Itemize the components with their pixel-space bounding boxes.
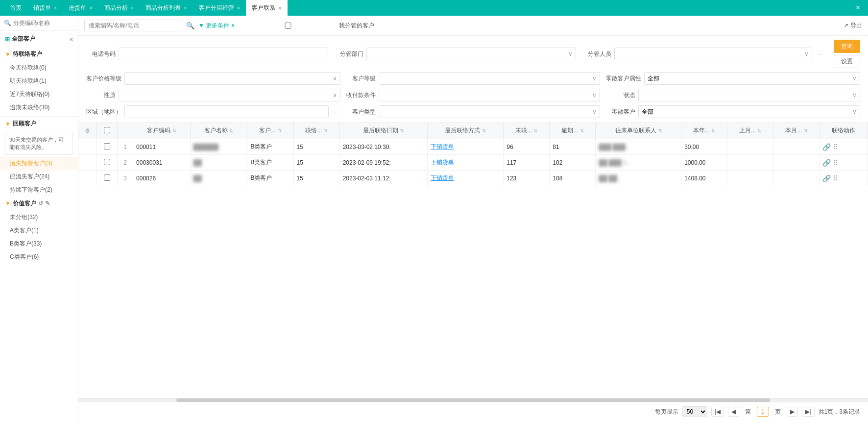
sidebar-item-c-class[interactable]: C类客户(6) — [0, 250, 78, 264]
th-last-way[interactable]: 最后联络方式 ⇅ — [427, 123, 503, 139]
sidebar-item-declining-customers[interactable]: 持续下滑客户(2) — [0, 183, 78, 197]
value-group-settings-icon[interactable]: ✎ — [45, 200, 50, 207]
th-this-year[interactable]: 本年... ⇅ — [681, 123, 727, 139]
sort-no-contact-icon: ⇅ — [533, 128, 537, 133]
dept-down-arrow-icon: ∨ — [568, 50, 573, 57]
close-sales-tab[interactable]: × — [54, 5, 57, 11]
row-checkbox-1[interactable] — [104, 159, 110, 165]
table-settings-icon[interactable]: ⚙ — [85, 127, 90, 134]
sidebar-item-b-class[interactable]: B类客户(33) — [0, 237, 78, 250]
sidebar-item-7day-contact[interactable]: 近7天待联络(0) — [0, 88, 78, 101]
sort-last-month-icon: ⇅ — [757, 128, 761, 133]
sidebar-item-overdue-contact[interactable]: 逾期未联络(30) — [0, 101, 78, 114]
query-button[interactable]: 查询 — [834, 40, 860, 53]
my-customers-checkbox[interactable] — [239, 23, 337, 29]
settings-button[interactable]: 设置 — [834, 55, 860, 68]
page-size-select[interactable]: 50 100 200 — [682, 406, 707, 417]
close-customer-contact-tab[interactable]: × — [278, 5, 281, 11]
filter-region-select[interactable] — [124, 105, 329, 118]
th-this-month[interactable]: 本月... ⇅ — [773, 123, 820, 139]
sidebar-item-a-class[interactable]: A类客户(1) — [0, 224, 78, 237]
close-product-analysis-tab[interactable]: × — [131, 5, 134, 11]
filter-cust-type-select[interactable]: ∨ — [379, 105, 601, 118]
filter-price-grade-select[interactable]: ∨ — [124, 72, 340, 85]
horizontal-scrollbar[interactable] — [78, 398, 868, 402]
nav-customer-contact[interactable]: 客户联系 × — [246, 0, 287, 16]
sidebar-item-lost-customers[interactable]: 已流失客户(24) — [0, 170, 78, 183]
th-last-month[interactable]: 上月... ⇅ — [727, 123, 773, 139]
sidebar-item-today-contact[interactable]: 今天待联络(0) — [0, 61, 78, 74]
th-contact[interactable]: 联络... ⇅ — [293, 123, 339, 139]
td-last-way-0[interactable]: 下销货单 — [427, 139, 503, 155]
sidebar-group-value[interactable]: ▼ 价值客户 ↺ ✎ — [0, 197, 78, 211]
th-no-contact[interactable]: 未联... ⇅ — [504, 123, 550, 139]
td-contact-0: 15 — [293, 139, 339, 155]
th-overdue[interactable]: 逾期... ⇅ — [550, 123, 596, 139]
prev-page-button[interactable]: ◀ — [728, 407, 739, 417]
close-purchase-tab[interactable]: × — [89, 5, 92, 11]
export-button[interactable]: ↗ 导出 — [844, 22, 862, 30]
first-page-button[interactable]: |◀ — [711, 407, 724, 417]
nav-customer-tier[interactable]: 客户分层经营 × — [193, 0, 246, 16]
action-link-icon-0[interactable]: 🔗 — [822, 143, 831, 151]
nav-product-analysis[interactable]: 商品分析 × — [98, 0, 140, 16]
sidebar-search-input[interactable] — [13, 20, 78, 26]
last-page-button[interactable]: ▶| — [802, 407, 815, 417]
row-checkbox-0[interactable] — [104, 143, 110, 149]
th-last-date[interactable]: 最后联络日期 ⇅ — [339, 123, 427, 139]
th-name[interactable]: 客户名称 ⇅ — [190, 123, 247, 139]
value-group-edit-icon[interactable]: ↺ — [38, 200, 43, 207]
th-settings[interactable]: ⚙ — [78, 123, 97, 139]
sidebar-item-churn-warning[interactable]: 流失预警客户(3) — [0, 157, 78, 170]
td-last-way-2[interactable]: 下销货单 — [427, 171, 503, 186]
close-customer-tier-tab[interactable]: × — [237, 5, 240, 11]
nav-sales[interactable]: 销货单 × — [27, 0, 63, 16]
filter-retail-cust-select[interactable]: 全部 ∨ — [638, 105, 860, 118]
action-more-icon-1[interactable]: ⠿ — [833, 159, 838, 167]
filter-status-select[interactable]: ∨ — [638, 89, 860, 101]
action-more-icon-2[interactable]: ⠿ — [833, 174, 838, 182]
next-page-button[interactable]: ▶ — [787, 407, 798, 417]
sort-contact-icon: ⇅ — [324, 128, 328, 133]
nav-product-analysis-list[interactable]: 商品分析列表 × — [140, 0, 193, 16]
search-button[interactable]: 🔍 — [186, 22, 194, 29]
more-filter-button[interactable]: ▼ 更多条件 ∧ — [198, 22, 235, 30]
filter-person-field: 分管人员 ∨ ··· — [582, 48, 824, 60]
filter-retail-attr-select[interactable]: 全部 ∨ — [644, 72, 860, 85]
filter-dept-select[interactable]: ∨ — [366, 48, 576, 60]
nav-purchase[interactable]: 进货单 × — [63, 0, 98, 16]
td-settings-0 — [78, 139, 97, 155]
region-ellipsis[interactable]: ··· — [332, 108, 340, 115]
my-customers-label: 我分管的客户 — [339, 22, 374, 30]
td-last-way-1[interactable]: 下销货单 — [427, 155, 503, 171]
sort-type-icon: ⇅ — [278, 128, 282, 133]
th-unit-contact[interactable]: 往来单位联系人 ⇅ — [596, 123, 681, 139]
my-customers-checkbox-label[interactable]: 我分管的客户 — [239, 22, 374, 30]
sidebar-item-ungrouped[interactable]: 未分组(32) — [0, 211, 78, 224]
filter-label: 更多条件 — [206, 22, 229, 30]
filter-cust-grade-select[interactable]: ∨ — [379, 72, 601, 85]
window-close-button[interactable]: × — [852, 3, 864, 12]
th-code[interactable]: 客户编码 ⇅ — [133, 123, 191, 139]
value-arrow-icon: ▼ — [5, 200, 11, 207]
sidebar-item-tomorrow-contact[interactable]: 明天待联络(1) — [0, 74, 78, 88]
sidebar-collapse-icon[interactable]: « — [70, 36, 73, 43]
action-more-icon-0[interactable]: ⠿ — [833, 143, 838, 151]
sidebar-group-review[interactable]: ▼ 回顾客户 — [0, 116, 78, 131]
row-checkbox-2[interactable] — [104, 174, 110, 181]
th-type[interactable]: 客户... ⇅ — [247, 123, 293, 139]
action-link-icon-1[interactable]: 🔗 — [822, 159, 831, 167]
search-input[interactable] — [84, 20, 182, 31]
filter-nature-select[interactable]: ∨ — [119, 89, 340, 101]
sidebar-group-pending[interactable]: ▼ 待联络客户 — [0, 47, 78, 61]
action-link-icon-2[interactable]: 🔗 — [822, 174, 831, 182]
filter-phone-input[interactable] — [119, 48, 328, 60]
person-ellipsis[interactable]: ··· — [815, 50, 824, 57]
nav-home[interactable]: 首页 — [4, 0, 27, 16]
close-product-list-tab[interactable]: × — [184, 5, 187, 11]
filter-person-select[interactable]: ∨ — [614, 48, 812, 60]
td-this-year-0: 30.00 — [681, 139, 727, 155]
filter-payment-select[interactable]: ∨ — [379, 89, 601, 101]
select-all-checkbox[interactable] — [104, 127, 110, 133]
grid-icon: ⊞ — [5, 36, 10, 43]
